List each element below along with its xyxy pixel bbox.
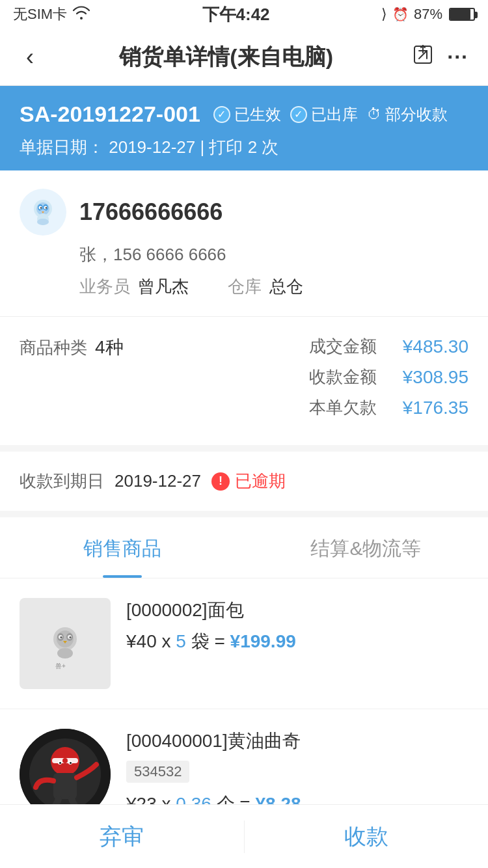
warehouse-item: 仓库 总仓 <box>228 275 303 298</box>
customer-row: 17666666666 <box>20 189 468 236</box>
svg-rect-33 <box>53 773 77 799</box>
battery-level: 87% <box>414 6 442 23</box>
badge-shipped: ✓ 已出库 <box>290 104 358 125</box>
order-banner: SA-20191227-001 ✓ 已生效 ✓ 已出库 ⏱ 部分收款 单据日期：… <box>0 86 488 170</box>
badge-partial-payment: ⏱ 部分收款 <box>367 104 448 125</box>
customer-section: 17666666666 张，156 6666 6666 业务员 曾凡杰 仓库 总… <box>0 170 488 317</box>
svg-text:兽+: 兽+ <box>55 662 66 670</box>
tab-settlement-logistics[interactable]: 结算&物流等 <box>244 517 488 578</box>
summary-section: 商品种类 4种 成交金额 ¥485.30 收款金额 ¥308.95 本单欠款 ¥… <box>0 317 488 452</box>
summary-right: 成交金额 ¥485.30 收款金额 ¥308.95 本单欠款 ¥176.35 <box>309 335 468 427</box>
nav-bar: ‹ 销货单详情(来自电脑) ··· <box>0 29 488 86</box>
svg-point-21 <box>57 648 73 658</box>
product-info-1: [0000002]面包 ¥40 x 5 袋 = ¥199.99 <box>126 598 468 654</box>
avatar <box>20 189 66 236</box>
product-thumbnail-1: 兽+ <box>20 598 111 689</box>
salesperson-item: 业务员 曾凡杰 <box>79 275 189 298</box>
sim-status: 无SIM卡 <box>13 5 67 24</box>
status-right: ⟩ ⏰ 87% <box>381 6 475 23</box>
product-info-2: [000400001]黄油曲奇 534532 ¥23 x 0.36 个 = ¥8… <box>126 729 468 817</box>
svg-point-11 <box>37 219 49 225</box>
check-icon-1: ✓ <box>213 106 230 123</box>
check-icon-2: ✓ <box>290 106 307 123</box>
overdue-icon: ! <box>211 472 230 491</box>
banner-badges: ✓ 已生效 ✓ 已出库 ⏱ 部分收款 <box>213 104 448 125</box>
deal-amount-row: 成交金额 ¥485.30 <box>309 335 468 358</box>
status-left: 无SIM卡 <box>13 5 90 24</box>
bottom-bar: 弃审 收款 <box>0 804 488 868</box>
order-id: SA-20191227-001 <box>20 102 200 127</box>
product-name-2: [000400001]黄油曲奇 <box>126 729 468 753</box>
share-icon[interactable] <box>412 44 434 71</box>
tab-sales-products[interactable]: 销售商品 <box>0 517 244 578</box>
status-time: 下午4:42 <box>202 3 270 26</box>
cancel-button[interactable]: 弃审 <box>0 809 244 865</box>
page-title: 销货单详情(来自电脑) <box>40 42 412 72</box>
battery-icon <box>449 8 475 21</box>
svg-point-20 <box>70 636 72 638</box>
svg-point-7 <box>40 207 42 208</box>
svg-point-31 <box>59 762 61 764</box>
banner-top-row: SA-20191227-001 ✓ 已生效 ✓ 已出库 ⏱ 部分收款 <box>20 102 468 127</box>
summary-left: 商品种类 4种 <box>20 335 124 360</box>
banner-date-row: 单据日期： 2019-12-27 | 打印 2 次 <box>20 136 468 159</box>
clock-icon: ⏱ <box>367 106 381 123</box>
received-amount-row: 收款金额 ¥308.95 <box>309 366 468 388</box>
status-bar: 无SIM卡 下午4:42 ⟩ ⏰ 87% <box>0 0 488 29</box>
location-icon: ⟩ <box>381 6 387 23</box>
alarm-icon: ⏰ <box>392 7 409 22</box>
badge-effective: ✓ 已生效 <box>213 104 281 125</box>
product-name-1: [0000002]面包 <box>126 598 468 623</box>
product-list: 兽+ [0000002]面包 ¥40 x 5 袋 = ¥199.99 <box>0 578 488 840</box>
svg-point-8 <box>46 207 47 208</box>
product-kinds: 商品种类 4种 <box>20 335 124 360</box>
product-price-1: ¥40 x 5 袋 = ¥199.99 <box>126 629 468 654</box>
customer-phone: 17666666666 <box>79 198 223 226</box>
more-icon[interactable]: ··· <box>447 45 468 69</box>
back-button[interactable]: ‹ <box>20 37 40 77</box>
customer-sub-info: 张，156 6666 6666 <box>79 243 468 266</box>
svg-point-19 <box>61 636 62 638</box>
customer-meta: 业务员 曾凡杰 仓库 总仓 <box>79 275 468 298</box>
owed-amount-row: 本单欠款 ¥176.35 <box>309 396 468 419</box>
overdue-badge: ! 已逾期 <box>211 467 286 495</box>
wifi-icon <box>72 5 90 23</box>
overdue-section: 收款到期日 2019-12-27 ! 已逾期 <box>0 452 488 517</box>
list-item: 兽+ [0000002]面包 ¥40 x 5 袋 = ¥199.99 <box>0 578 488 709</box>
overdue-text: 已逾期 <box>235 470 286 493</box>
svg-point-28 <box>62 758 68 763</box>
confirm-payment-button[interactable]: 收款 <box>245 809 489 865</box>
product-tag-2: 534532 <box>126 761 189 783</box>
nav-actions: ··· <box>412 44 468 71</box>
product-tabs: 销售商品 结算&物流等 <box>0 517 488 578</box>
svg-point-32 <box>70 762 72 764</box>
